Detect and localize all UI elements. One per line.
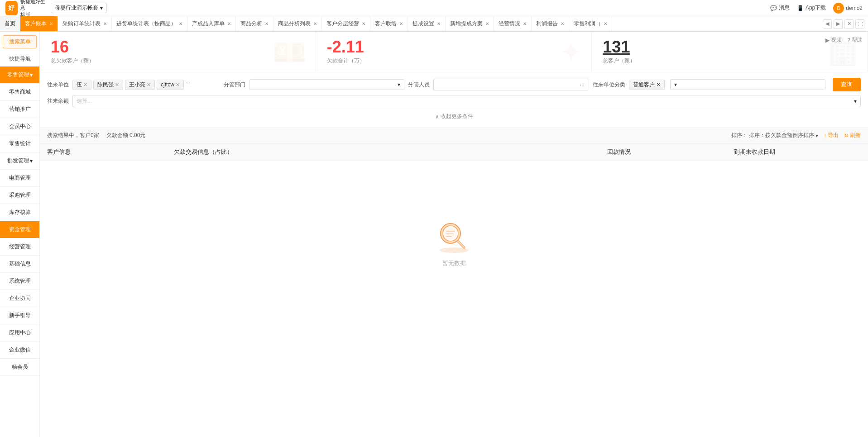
result-bar: 搜索结果中，客户0家 欠款金额 0.00元 排序： 排序：按欠款金额倒序排序 ▾… [40, 128, 868, 143]
tab-close-icon[interactable]: ✕ [437, 21, 441, 26]
tab-goods-stats[interactable]: 进货单统计表（按商品） ✕ [112, 16, 187, 32]
tab-commission-settings[interactable]: 提成设置 ✕ [408, 16, 446, 32]
query-button[interactable]: 查询 [833, 78, 861, 91]
sidebar-item-retail-mall[interactable]: 零售商城 [0, 84, 39, 101]
unit-cls-select[interactable]: ▾ [670, 79, 826, 90]
sidebar-item-wholesale[interactable]: 批发管理 ▾ [0, 152, 39, 170]
tab-close-icon[interactable]: ✕ [313, 21, 317, 26]
sidebar-search-area: 搜索菜单 [0, 32, 39, 52]
remove-tag-wu[interactable]: ✕ [83, 82, 87, 88]
tab-business-overview[interactable]: 经营情况 ✕ [494, 16, 532, 32]
sidebar-item-purchase[interactable]: 采购管理 [0, 187, 39, 204]
filter-tag-chen: 陈民强 ✕ [93, 80, 123, 90]
tab-close-icon[interactable]: ✕ [523, 21, 527, 26]
tab-product-in[interactable]: 产成品入库单 ✕ [187, 16, 236, 32]
remove-tag-cjttcw[interactable]: ✕ [176, 82, 180, 88]
nav-expand[interactable]: ⛶ [855, 19, 864, 28]
tab-close-icon[interactable]: ✕ [227, 21, 231, 26]
tab-close-icon[interactable]: ✕ [179, 21, 182, 26]
filter-label-dept: 分管部门 [224, 81, 245, 89]
tab-close-icon[interactable]: ✕ [604, 21, 607, 26]
nav-prev-arrow[interactable]: ◀ [823, 19, 832, 28]
tab-goods-analysis[interactable]: 商品分析 ✕ [236, 16, 273, 32]
sidebar-item-member[interactable]: 会员中心 [0, 118, 39, 135]
sidebar-item-marketing[interactable]: 营销推广 [0, 101, 39, 118]
stat-block-customers: 💴 16 总欠款客户（家） [40, 32, 316, 72]
refresh-button[interactable]: ↻ 刷新 [844, 132, 861, 139]
tab-close-icon[interactable]: ✕ [265, 21, 269, 26]
filter-label-people: 分管人员 [408, 81, 430, 89]
logo-icon: 好 [5, 1, 18, 15]
filter-label-unit-cls: 往来单位分类 [593, 81, 625, 89]
filter-tag-wang: 王小亮 ✕ [125, 80, 155, 90]
tab-close-icon[interactable]: ✕ [485, 21, 489, 26]
tab-customer-contact[interactable]: 客户联络 ✕ [370, 16, 408, 32]
people-select[interactable]: ··· [433, 79, 589, 90]
collapse-icon: ∧ [435, 114, 439, 120]
sidebar-item-system[interactable]: 系统管理 [0, 273, 39, 290]
table-body: 暂无数据 [40, 161, 868, 324]
help-icon: ? [847, 37, 850, 43]
sidebar-item-operation[interactable]: 经营管理 [0, 238, 39, 256]
sidebar-item-finance[interactable]: 资金管理 [0, 221, 39, 238]
export-button[interactable]: ↑ 导出 [824, 132, 839, 139]
sidebar-item-retail[interactable]: 零售管理 ▾ [0, 66, 39, 84]
search-menu-button[interactable]: 搜索菜单 [3, 35, 37, 48]
remove-tag-wang[interactable]: ✕ [147, 82, 151, 88]
sidebar-item-retail-stats[interactable]: 零售统计 [0, 135, 39, 152]
app-download-btn[interactable]: 📱 App下载 [797, 4, 826, 12]
svg-point-2 [443, 226, 458, 241]
sidebar: 搜索菜单 快捷导航 零售管理 ▾ 零售商城 营销推广 会员中心 零售统计 批发管… [0, 32, 40, 437]
nav-close-all[interactable]: ✕ [844, 19, 854, 28]
sidebar-item-wechat[interactable]: 企业微信 [0, 342, 39, 359]
sidebar-quick-nav[interactable]: 快捷导航 [0, 52, 39, 66]
collapse-button[interactable]: ∧ 收起更多条件 [430, 111, 479, 122]
more-tags-btn[interactable]: ··· [186, 80, 190, 90]
empty-text: 暂无数据 [442, 259, 466, 267]
tab-close-icon[interactable]: ✕ [362, 21, 365, 26]
balance-select[interactable]: 选择... ▾ [72, 95, 861, 107]
sidebar-item-enterprise[interactable]: 企业协同 [0, 290, 39, 307]
sidebar-item-newbie[interactable]: 新手引导 [0, 307, 39, 324]
remove-tag-chen[interactable]: ✕ [115, 82, 119, 88]
logo-text: 畅捷通好生意 标版 [20, 0, 45, 18]
sidebar-item-inventory[interactable]: 库存核算 [0, 204, 39, 221]
filter-label-balance: 往来余额 [47, 97, 69, 105]
company-select[interactable]: 母婴行业演示帐套 ▾ [51, 3, 107, 13]
stat-number-total[interactable]: 131 [603, 39, 630, 55]
stat-bg-money-icon: 💴 [273, 36, 307, 68]
sidebar-item-basic-info[interactable]: 基础信息 [0, 256, 39, 273]
chevron-icon: ▾ [30, 158, 33, 164]
stat-label-total: 总客户（家） [603, 57, 635, 65]
tab-customer-layer[interactable]: 客户分层经营 ✕ [322, 16, 370, 32]
user-menu[interactable]: D demo2 [833, 3, 863, 14]
content-area: 💴 16 总欠款客户（家） ✦ -2.11 欠款合计（万） 🏢 131 总客户（… [40, 32, 868, 437]
help-btn[interactable]: ? 帮助 [847, 36, 863, 44]
nav-next-arrow[interactable]: ▶ [834, 19, 843, 28]
tab-close-icon[interactable]: ✕ [49, 21, 53, 26]
tab-home[interactable]: 首页 [0, 16, 20, 32]
tab-close-icon[interactable]: ✕ [103, 21, 107, 26]
sidebar-item-member2[interactable]: 畅会员 [0, 359, 39, 376]
video-help-btn[interactable]: ▶ 视频 [825, 36, 842, 44]
result-count: 搜索结果中，客户0家 [47, 132, 99, 139]
sidebar-item-ecommerce[interactable]: 电商管理 [0, 170, 39, 187]
remove-unit-cls-tag[interactable]: ✕ [656, 81, 661, 88]
tab-retail-profit[interactable]: 零售利润（ ✕ [569, 16, 612, 32]
result-amount: 欠款金额 0.00元 [106, 132, 146, 139]
message-btn[interactable]: 💬 消息 [770, 4, 790, 12]
tab-new-commission[interactable]: 新增提成方案 ✕ [446, 16, 494, 32]
tab-close-icon[interactable]: ✕ [561, 21, 564, 26]
sort-selector[interactable]: 排序： 排序：按欠款金额倒序排序 ▾ [731, 132, 818, 139]
tab-profit-report[interactable]: 利润报告 ✕ [532, 16, 569, 32]
tab-purchase-stats[interactable]: 采购订单统计表 ✕ [58, 16, 112, 32]
dept-select[interactable]: ▾ [249, 79, 405, 90]
chevron-down-icon: ▾ [100, 5, 103, 11]
avatar: D [833, 3, 844, 14]
tab-customer-ledger[interactable]: 客户账本 ✕ [20, 16, 58, 32]
sidebar-item-app-center[interactable]: 应用中心 [0, 324, 39, 342]
tab-goods-analysis-list[interactable]: 商品分析列表 ✕ [273, 16, 322, 32]
people-dots[interactable]: ··· [580, 81, 585, 88]
filter-tag-cjttcw: cjttcw ✕ [157, 80, 184, 90]
tab-close-icon[interactable]: ✕ [399, 21, 403, 26]
